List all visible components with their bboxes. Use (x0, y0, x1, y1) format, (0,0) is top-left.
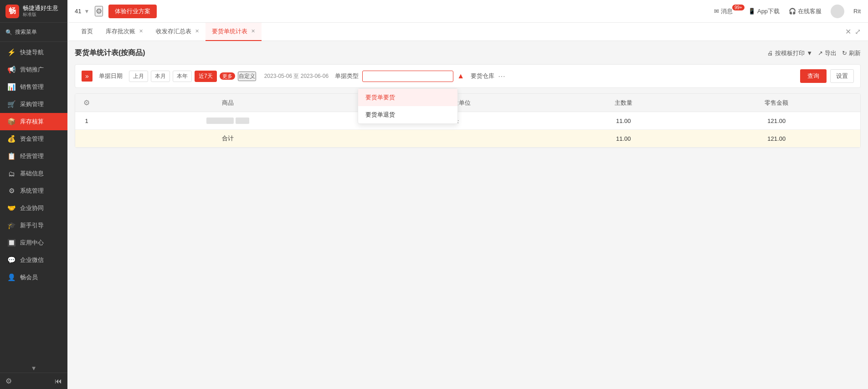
warehouse-more-button[interactable]: ⋯ (498, 72, 505, 81)
col-quantity-header: 主数量 (554, 94, 693, 112)
store-dropdown-icon: ▼ (84, 8, 89, 15)
tab-request-label: 要货单统计表 (212, 27, 247, 36)
print-icon: 🖨 (767, 50, 773, 56)
topbar-left: 41 ▼ ⚙ 体验行业方案 (75, 5, 157, 18)
search-icon: 🔍 (5, 29, 12, 36)
export-icon: ↗ (818, 50, 823, 56)
sidebar-item-label: 库存核算 (20, 118, 44, 126)
store-number: 41 (75, 8, 81, 15)
tab-home-label: 首页 (81, 27, 93, 36)
sidebar-item-label: 系统管理 (20, 187, 44, 195)
sidebar-item-enterprise[interactable]: 🤝 企业协同 (0, 200, 67, 217)
username-label: Rit (853, 8, 861, 15)
messages-button[interactable]: ✉ 消息 99+ (714, 7, 739, 15)
sidebar-item-apps[interactable]: 🔲 应用中心 (0, 234, 67, 251)
online-service-button[interactable]: 🎧 在线客服 (789, 7, 822, 15)
date-this-month-btn[interactable]: 本月 (151, 71, 170, 82)
sidebar-item-label: 采购管理 (20, 100, 44, 108)
logo-sub: 标准版 (23, 11, 58, 18)
sidebar-item-label: 营销推广 (20, 66, 44, 74)
topbar-gear-button[interactable]: ⚙ (95, 6, 103, 16)
filter-settings-button[interactable]: 设置 (830, 69, 854, 83)
dropdown-option-request-order[interactable]: 要货单要货 (358, 89, 457, 106)
tab-home[interactable]: 首页 (75, 23, 99, 41)
summary-empty1 (75, 130, 98, 148)
search-menu-label: 搜索菜单 (15, 28, 37, 36)
sidebar-item-operation[interactable]: 📋 经营管理 (0, 148, 67, 165)
user-avatar[interactable] (831, 5, 844, 18)
tab-receive-close[interactable]: ✕ (195, 28, 199, 34)
sidebar-item-inventory[interactable]: 📦 库存核算 (0, 113, 67, 130)
query-button[interactable]: 查询 (800, 69, 827, 83)
tab-request-close[interactable]: ✕ (251, 28, 255, 34)
tabs-collapse-button[interactable]: ✕ (845, 27, 851, 36)
app-download-button[interactable]: 📱 App下载 (748, 7, 780, 15)
page-title: 要货单统计表(按商品) (75, 48, 145, 58)
summary-amount: 121.00 (693, 130, 860, 148)
table-head: ⚙ 商品 主计量单位 主数量 零售金额 (75, 94, 860, 112)
more-badge: 更多 (220, 72, 235, 80)
data-table: ⚙ 商品 主计量单位 主数量 零售金额 1 (75, 94, 860, 148)
date-this-year-btn[interactable]: 本年 (173, 71, 192, 82)
warehouse-filter-group: 要货仓库 ⋯ (471, 72, 505, 81)
inventory-icon: 📦 (7, 118, 15, 126)
type-filter-label: 单据类型 (335, 72, 359, 80)
print-template-button[interactable]: 🖨 按模板打印 ▼ (767, 49, 812, 57)
sidebar-search-area: 🔍 搜索菜单 (0, 23, 67, 42)
col-product-header: 商品 (98, 94, 358, 112)
row-seq: 1 (75, 112, 98, 130)
service-label: 在线客服 (798, 7, 822, 15)
purchase-icon: 🛒 (7, 100, 15, 108)
product-code-placeholder (236, 118, 249, 124)
type-dropdown-toggle[interactable]: ▲ (457, 72, 464, 80)
warehouse-filter-label: 要货仓库 (471, 72, 494, 80)
sidebar-item-base[interactable]: 🗂 基础信息 (0, 165, 67, 182)
date-buttons: 上月 本月 本年 近7天 更多 自定义 (129, 71, 256, 82)
operation-icon: 📋 (7, 152, 15, 160)
message-icon: ✉ (714, 8, 719, 15)
filter-buttons: 查询 设置 (800, 69, 854, 83)
date-more-btn[interactable]: 更多 (220, 73, 235, 80)
summary-empty2 (358, 130, 554, 148)
date-last-month-btn[interactable]: 上月 (129, 71, 148, 82)
store-info: 41 ▼ (75, 8, 89, 15)
type-filter-input[interactable] (362, 71, 453, 82)
sidebar-bottom: ⚙ ⏮ (0, 373, 67, 389)
tab-batch-account[interactable]: 库存批次账 ✕ (99, 23, 149, 41)
tab-receive-summary[interactable]: 收发存汇总表 ✕ (149, 23, 205, 41)
sidebar-item-member[interactable]: 👤 畅会员 (0, 269, 67, 286)
sidebar-item-quick-nav[interactable]: ⚡ 快捷导航 (0, 44, 67, 61)
tab-batch-close[interactable]: ✕ (139, 28, 143, 34)
sidebar-item-system[interactable]: ⚙ 系统管理 (0, 182, 67, 200)
settings-bottom-button[interactable]: ⚙ (5, 377, 12, 385)
enterprise-icon: 🤝 (7, 204, 15, 212)
trial-button[interactable]: 体验行业方案 (108, 5, 157, 18)
tab-request-summary[interactable]: 要货单统计表 ✕ (205, 23, 262, 41)
refresh-button[interactable]: ↻ 刷新 (842, 49, 861, 57)
filter-expand-button[interactable]: » (82, 71, 92, 82)
date-custom-btn[interactable]: 自定义 (238, 72, 256, 81)
column-settings-icon[interactable]: ⚙ (83, 99, 90, 107)
sidebar-item-finance[interactable]: 💰 资金管理 (0, 130, 67, 148)
sidebar-item-label: 快捷导航 (20, 48, 44, 56)
search-menu-button[interactable]: 🔍 搜索菜单 (5, 26, 37, 38)
guide-icon: 🎓 (7, 221, 15, 230)
product-cell (103, 118, 353, 124)
sidebar-item-guide[interactable]: 🎓 新手引导 (0, 217, 67, 234)
sidebar-scroll-down[interactable]: ▼ (0, 363, 67, 373)
app-label: App下载 (757, 7, 780, 15)
sidebar-item-sales[interactable]: 📊 销售管理 (0, 78, 67, 96)
tabs-expand-button[interactable]: ⤢ (855, 27, 861, 36)
topbar-right: ✉ 消息 99+ 📱 App下载 🎧 在线客服 Rit (714, 5, 861, 18)
sidebar-item-marketing[interactable]: 📢 营销推广 (0, 61, 67, 78)
sidebar-item-wechat[interactable]: 💬 企业微信 (0, 251, 67, 269)
messages-label: 消息 (721, 7, 733, 15)
sidebar-item-purchase[interactable]: 🛒 采购管理 (0, 96, 67, 113)
date-last7-btn[interactable]: 近7天 (195, 71, 217, 82)
collapse-sidebar-button[interactable]: ⏮ (55, 377, 62, 385)
col-settings-header: ⚙ (75, 94, 98, 112)
export-button[interactable]: ↗ 导出 (818, 49, 837, 57)
apps-icon: 🔲 (7, 239, 15, 247)
filter-bar: » 单据日期 上月 本月 本年 近7天 更多 自定义 2023-05-06 至 … (75, 64, 861, 88)
dropdown-option-request-return[interactable]: 要货单退货 (358, 106, 457, 123)
